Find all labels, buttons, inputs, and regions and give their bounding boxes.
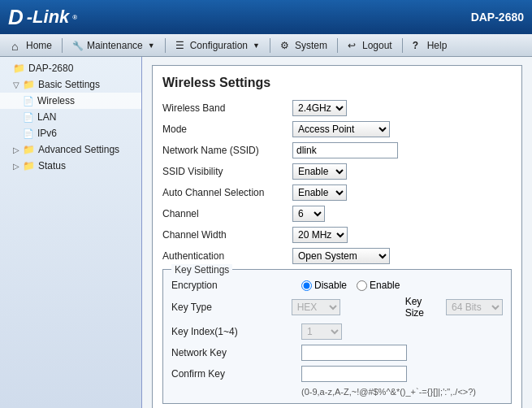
status-arrow: ▷ xyxy=(13,162,19,171)
nav-configuration[interactable]: Configuration ▼ xyxy=(167,37,268,54)
basic-settings-arrow: ▽ xyxy=(13,80,19,89)
ssid-visibility-select[interactable]: Enable Disable xyxy=(292,163,347,180)
key-index-label: Key Index(1~4) xyxy=(171,326,301,337)
wireless-doc-icon: 📄 xyxy=(23,96,34,106)
authentication-row: Authentication Open System WPA-Personal … xyxy=(162,248,512,264)
auto-channel-select[interactable]: Enable Disable xyxy=(292,184,347,201)
authentication-label: Authentication xyxy=(162,250,292,262)
nav-home[interactable]: Home xyxy=(3,37,60,54)
sidebar-item-status[interactable]: ▷ 📁 Status xyxy=(0,158,141,174)
key-type-row: Key Type HEX ASCII Key Size 64 Bits 128 … xyxy=(171,296,503,319)
authentication-control: Open System WPA-Personal WPA-Enterprise xyxy=(292,248,390,264)
main-layout: 📁 DAP-2680 ▽ 📁 Basic Settings 📄 Wireless… xyxy=(0,57,532,408)
wireless-band-select[interactable]: 2.4GHz 5GHz xyxy=(292,100,347,116)
sidebar-ipv6-label: IPv6 xyxy=(37,128,57,139)
nav-home-label: Home xyxy=(26,40,52,51)
nav-sep-4 xyxy=(337,38,338,53)
channel-control: 12345 67891011 xyxy=(292,206,325,222)
config-arrow: ▼ xyxy=(253,41,260,50)
ssid-row: Network Name (SSID) xyxy=(162,142,512,158)
encryption-enable-label[interactable]: Enable xyxy=(357,280,400,291)
nav-sep-2 xyxy=(165,38,166,53)
channel-width-select[interactable]: 20 MHz 40 MHz xyxy=(292,227,348,243)
mode-select[interactable]: Access Point WDS WDS with AP xyxy=(292,121,390,137)
network-key-control xyxy=(301,345,407,361)
sidebar-dap2680-label: DAP-2680 xyxy=(28,63,73,74)
wireless-band-control: 2.4GHz 5GHz xyxy=(292,100,347,116)
nav-maintenance-label: Maintenance xyxy=(87,40,143,51)
channel-select[interactable]: 12345 67891011 xyxy=(292,206,325,222)
channel-row: Channel 12345 67891011 xyxy=(162,206,512,222)
auto-channel-label: Auto Channel Selection xyxy=(162,187,292,198)
key-index-select[interactable]: 1234 xyxy=(301,323,342,340)
hint-text: (0-9,a-z,A-Z,~!@#$%^&*()_+`-={}[]|;':",.… xyxy=(301,387,503,397)
nav-system-label: System xyxy=(295,40,327,51)
nav-help-label: Help xyxy=(427,40,448,51)
confirm-key-control xyxy=(301,366,407,382)
key-type-select[interactable]: HEX ASCII xyxy=(292,299,340,315)
channel-width-label: Channel Width xyxy=(162,229,292,241)
encryption-row: Encryption Disable Enable xyxy=(171,280,503,291)
ssid-control xyxy=(292,142,398,158)
sidebar-lan-label: LAN xyxy=(37,111,56,123)
encryption-control: Disable Enable xyxy=(301,280,400,291)
network-key-row: Network Key xyxy=(171,345,503,361)
nav-help[interactable]: Help xyxy=(404,37,456,54)
advanced-settings-arrow: ▷ xyxy=(13,145,19,154)
nav-logout[interactable]: Logout xyxy=(340,37,400,54)
dap2680-icon: 📁 xyxy=(13,63,25,74)
confirm-key-input[interactable] xyxy=(301,366,407,382)
channel-width-row: Channel Width 20 MHz 40 MHz xyxy=(162,227,512,243)
mode-control: Access Point WDS WDS with AP xyxy=(292,121,390,137)
confirm-key-label: Confirm Key xyxy=(171,368,301,380)
sidebar: 📁 DAP-2680 ▽ 📁 Basic Settings 📄 Wireless… xyxy=(0,57,142,408)
sidebar-item-basic-settings[interactable]: ▽ 📁 Basic Settings xyxy=(0,76,141,93)
confirm-key-row: Confirm Key xyxy=(171,366,503,382)
key-index-row: Key Index(1~4) 1234 xyxy=(171,323,503,340)
lan-doc-icon: 📄 xyxy=(23,112,34,123)
channel-width-control: 20 MHz 40 MHz xyxy=(292,227,348,243)
encryption-disable-text: Disable xyxy=(314,280,347,291)
key-index-control: 1234 xyxy=(301,323,342,340)
ssid-label: Network Name (SSID) xyxy=(162,145,292,156)
sidebar-item-wireless[interactable]: 📄 Wireless xyxy=(0,93,141,109)
sidebar-item-lan[interactable]: 📄 LAN xyxy=(0,109,141,125)
ssid-input[interactable] xyxy=(292,142,398,158)
navbar: Home Maintenance ▼ Configuration ▼ Syste… xyxy=(0,34,532,57)
page-title: Wireless Settings xyxy=(162,76,512,90)
auto-channel-control: Enable Disable xyxy=(292,184,347,201)
nav-maintenance[interactable]: Maintenance ▼ xyxy=(64,37,163,54)
encryption-enable-text: Enable xyxy=(370,280,400,291)
sidebar-item-ipv6[interactable]: 📄 IPv6 xyxy=(0,125,141,141)
logo: D-Link® xyxy=(8,5,77,30)
key-size-label: Key Size xyxy=(405,296,439,319)
nav-sep-5 xyxy=(402,38,403,53)
mode-label: Mode xyxy=(162,124,292,135)
sidebar-wireless-label: Wireless xyxy=(37,95,75,106)
advanced-settings-icon: 📁 xyxy=(23,144,35,155)
encryption-enable-radio[interactable] xyxy=(357,280,367,291)
maintenance-icon xyxy=(72,40,84,51)
encryption-disable-radio[interactable] xyxy=(301,280,312,291)
sidebar-item-dap2680[interactable]: 📁 DAP-2680 xyxy=(0,60,141,76)
nav-config-label: Configuration xyxy=(190,40,248,51)
network-key-label: Network Key xyxy=(171,347,301,358)
help-icon xyxy=(413,40,424,51)
nav-sep-3 xyxy=(270,38,270,53)
channel-label: Channel xyxy=(162,208,292,219)
logo-link: -Link xyxy=(27,7,70,28)
key-size-select[interactable]: 64 Bits 128 Bits xyxy=(446,299,503,315)
home-icon xyxy=(11,40,23,51)
key-type-label: Key Type xyxy=(171,302,292,313)
wireless-band-row: Wireless Band 2.4GHz 5GHz xyxy=(162,100,512,116)
encryption-disable-label[interactable]: Disable xyxy=(301,280,347,291)
network-key-input[interactable] xyxy=(301,345,407,361)
authentication-select[interactable]: Open System WPA-Personal WPA-Enterprise xyxy=(292,248,390,264)
nav-system[interactable]: System xyxy=(272,37,335,54)
ssid-visibility-label: SSID Visibility xyxy=(162,166,292,177)
ssid-visibility-control: Enable Disable xyxy=(292,163,347,180)
status-icon: 📁 xyxy=(23,160,35,171)
maintenance-arrow: ▼ xyxy=(148,41,155,50)
nav-logout-label: Logout xyxy=(362,40,392,51)
sidebar-item-advanced-settings[interactable]: ▷ 📁 Advanced Settings xyxy=(0,141,141,158)
